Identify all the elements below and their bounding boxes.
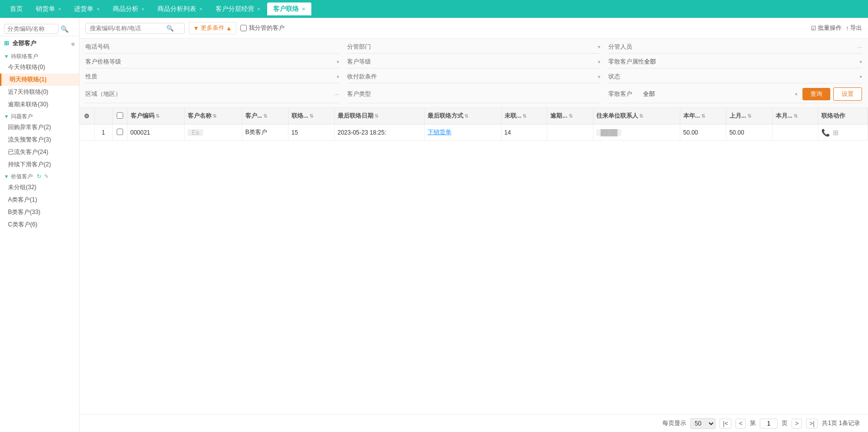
filter-dept[interactable]: 分管部门 ▾ (347, 43, 601, 54)
col-settings[interactable]: ⚙ (79, 108, 94, 125)
sort-icon-4[interactable]: ⇅ (309, 113, 313, 119)
sort-icon-2[interactable]: ⇅ (213, 113, 217, 119)
sidebar-item-declining[interactable]: 持续下滑客户(2) (0, 158, 79, 171)
col-type: 客户...⇅ (242, 108, 288, 125)
main-layout: 🔍 ⊞ 全部客户 « ▼ 待联络客户 今天待联络(0) 明天待联络(1) 近7天… (0, 18, 868, 432)
sidebar-item-lost-warning[interactable]: 流失预警客户(3) (0, 134, 79, 146)
page-last-btn[interactable]: >| (806, 419, 818, 429)
phone-icon[interactable]: 📞 (821, 129, 830, 137)
sidebar-item-today[interactable]: 今天待联络(0) (0, 61, 79, 73)
filter-status[interactable]: 状态 ▾ (608, 72, 862, 83)
set-button[interactable]: 设置 (833, 87, 862, 101)
row-last-month: 50.00 (726, 125, 772, 141)
chevron-down-icon-6: ▾ (598, 74, 600, 79)
filter-payment[interactable]: 收付款条件 ▾ (347, 72, 601, 83)
sidebar-item-abnormal[interactable]: 回购异常客户(2) (0, 121, 79, 134)
more-conditions-btn[interactable]: ▼ 更多条件 ▲ (189, 22, 236, 34)
last-method-link[interactable]: 下销货单 (428, 129, 451, 136)
col-this-month: 本月...⇅ (772, 108, 818, 125)
sidebar-all-customers[interactable]: ⊞ 全部客户 « (0, 36, 79, 51)
row-last-date: 2023-05-23 18:25: (334, 125, 424, 141)
nav-purchase[interactable]: 进货单× (68, 2, 105, 15)
bottom-bar: 每页显示 50 100 200 |< < 第 页 > >| 共1页 1条记录 (79, 414, 868, 432)
export-icon: ↑ (846, 25, 849, 32)
filter-price-level[interactable]: 客户价格等级 ▾ (85, 58, 339, 69)
row-code: 000021 (127, 125, 185, 141)
sort-icon-3[interactable]: ⇅ (263, 113, 267, 119)
sort-icon-5[interactable]: ⇅ (374, 113, 378, 119)
col-contact-person: 往来单位联系人⇅ (593, 108, 680, 125)
select-all-checkbox[interactable] (117, 112, 123, 119)
filter-phone: 电话号码 (85, 43, 339, 54)
filter-gender[interactable]: 性质 ▾ (85, 72, 339, 83)
page-input[interactable] (760, 419, 778, 429)
nav-product-analysis[interactable]: 商品分析× (107, 2, 150, 15)
sort-icon-12[interactable]: ⇅ (794, 113, 797, 119)
export-btn[interactable]: ↑ 导出 (846, 24, 862, 32)
nav-home[interactable]: 首页 (4, 2, 29, 15)
col-checkbox[interactable] (112, 108, 127, 125)
row-this-month (772, 125, 818, 141)
filter-customer-type[interactable]: 客户类型 (347, 87, 601, 103)
filter-customer-level[interactable]: 客户等级 ▾ (347, 58, 601, 69)
col-overdue: 逾期...⇅ (547, 108, 593, 125)
chevron-down-icon-4: ▾ (860, 59, 862, 65)
search-input-wrap: 🔍 (85, 23, 185, 34)
nav-product-analysis-list[interactable]: 商品分析列表× (151, 2, 208, 15)
sidebar-item-tomorrow[interactable]: 明天待联络(1) (0, 73, 79, 86)
row-checkbox[interactable] (112, 125, 127, 141)
row-last-method: 下销货单 (424, 125, 501, 141)
row-select-checkbox[interactable] (117, 129, 123, 135)
customer-table: ⚙ 客户编码⇅ 客户名称⇅ 客户...⇅ 联络...⇅ (79, 108, 868, 141)
chevron-down-icon: ▾ (598, 44, 600, 50)
sidebar-collapse-icon[interactable]: « (71, 40, 75, 48)
sidebar-item-lost[interactable]: 已流失客户(24) (0, 146, 79, 158)
col-name: 客户名称⇅ (185, 108, 242, 125)
sidebar-item-b-class[interactable]: B类客户(33) (0, 206, 79, 218)
nav-sales[interactable]: 销货单× (30, 2, 67, 15)
sidebar-item-ungroup[interactable]: 未分组(32) (0, 181, 79, 194)
page-size-select[interactable]: 50 100 200 (690, 418, 716, 429)
search-input[interactable] (90, 25, 164, 32)
sort-icon-11[interactable]: ⇅ (747, 113, 751, 119)
sort-icon-8[interactable]: ⇅ (569, 113, 573, 119)
nav-customer-layering[interactable]: 客户分层经营× (210, 2, 266, 15)
row-no: 1 (94, 125, 112, 141)
page-next-btn[interactable]: > (792, 419, 802, 429)
refresh-icon[interactable]: ↻ (37, 173, 41, 180)
nav-customer-contact[interactable]: 客户联络× (267, 2, 311, 15)
my-customers-input[interactable] (240, 25, 247, 31)
batch-ops-btn[interactable]: ☑ 批量操作 (811, 24, 842, 32)
sidebar-item-7days[interactable]: 近7天待联络(0) (0, 86, 79, 98)
sort-icon[interactable]: ⇅ (155, 113, 159, 119)
page-prev-btn[interactable]: < (735, 419, 746, 429)
search-icon[interactable]: 🔍 (166, 25, 174, 32)
col-last-date: 最后联络日期⇅ (334, 108, 424, 125)
my-customers-checkbox[interactable]: 我分管的客户 (240, 24, 285, 32)
sidebar-item-overdue[interactable]: 逾期未联络(30) (0, 98, 79, 111)
filter-region[interactable]: 区域（地区） ··· (85, 87, 339, 103)
filter-person[interactable]: 分管人员 ··· (608, 43, 862, 54)
sidebar-search-icon[interactable]: 🔍 (61, 25, 69, 33)
ellipsis-icon-2: ··· (334, 91, 339, 98)
chevron-down-icon-3: ▾ (598, 59, 600, 65)
sidebar-item-a-class[interactable]: A类客户(1) (0, 194, 79, 206)
sidebar-search-input[interactable] (4, 24, 59, 34)
edit-icon[interactable]: ✎ (44, 173, 49, 180)
chevron-down-icon-5: ▾ (337, 74, 339, 79)
sidebar-item-c-class[interactable]: C类客户(6) (0, 218, 79, 231)
query-button[interactable]: 查询 (802, 88, 830, 100)
col-action: 联络动作 (818, 108, 868, 125)
sort-icon-10[interactable]: ⇅ (701, 113, 705, 119)
filter-retail-attr[interactable]: 零散客户属性 全部 ▾ (608, 58, 862, 69)
sidebar-group-pending: ▼ 待联络客户 (0, 51, 79, 61)
sort-icon-9[interactable]: ⇅ (639, 113, 643, 119)
sidebar-group-problem: ▼ 问题客户 (0, 111, 79, 121)
row-this-year: 50.00 (680, 125, 726, 141)
page-first-btn[interactable]: |< (720, 419, 731, 429)
grid-action-icon[interactable]: ⊞ (833, 129, 839, 137)
sort-icon-6[interactable]: ⇅ (464, 113, 468, 119)
filter-retail-customer[interactable]: 零散客户 全部 ▾ 查询 设置 (608, 87, 862, 103)
filter-panel: 电话号码 分管部门 ▾ 分管人员 ··· 客户价格等级 (79, 39, 868, 108)
sort-icon-7[interactable]: ⇅ (522, 113, 526, 119)
